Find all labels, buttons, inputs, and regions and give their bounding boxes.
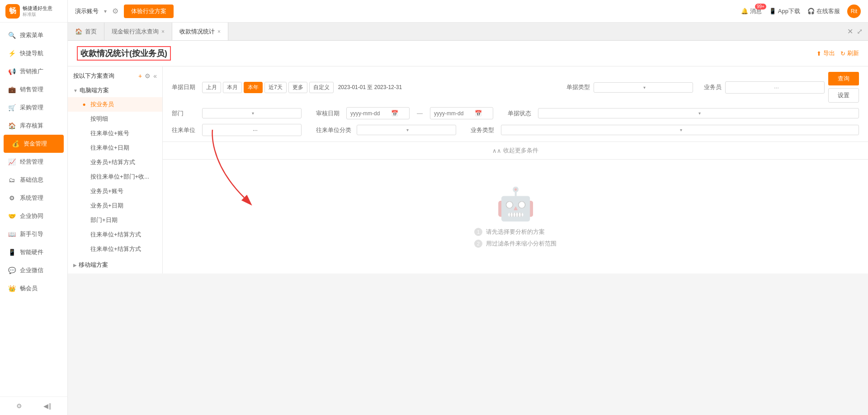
query-btn[interactable]: 查询 bbox=[828, 72, 859, 85]
counterparty-category-select[interactable]: ▾ bbox=[357, 125, 456, 135]
scheme-group-mobile-title[interactable]: ▶ 移动端方案 bbox=[68, 258, 162, 272]
counterparty-select[interactable]: ··· bbox=[202, 124, 302, 136]
doc-status-select[interactable]: ▾ bbox=[538, 108, 859, 118]
date-btn-more[interactable]: 更多 bbox=[288, 82, 307, 93]
sidebar-item-基础信息[interactable]: 🗂基础信息 bbox=[0, 171, 67, 189]
group-mobile-label: 移动端方案 bbox=[79, 261, 108, 269]
doc-type-select[interactable]: ▾ bbox=[594, 82, 693, 93]
scheme-group-desktop: ▼ 电脑端方案 ●按业务员按明细往来单位+账号往来单位+日期业务员+结算方式按往… bbox=[68, 84, 162, 256]
gear-scheme-btn[interactable]: ⚙ bbox=[145, 72, 151, 80]
scheme-item-6[interactable]: 业务员+账号 bbox=[68, 184, 162, 198]
scheme-item-icon-9 bbox=[80, 231, 88, 238]
calendar-from-icon: 📅 bbox=[391, 110, 398, 117]
sidebar-item-经营管理[interactable]: 📈经营管理 bbox=[0, 153, 67, 171]
tab-home-label: 首页 bbox=[85, 28, 97, 36]
sidebar-label-4: 采购管理 bbox=[20, 104, 43, 112]
sidebar-item-资金管理[interactable]: 💰资金管理 bbox=[4, 135, 64, 153]
sidebar-item-企业微信[interactable]: 💬企业微信 bbox=[0, 261, 67, 279]
sidebar-icon-11: 📖 bbox=[7, 230, 16, 239]
filter-area: 单据日期 上月 本月 本年 近7天 更多 自定义 2023-01-01 至 20… bbox=[163, 66, 868, 142]
sidebar-label-7: 经营管理 bbox=[20, 158, 43, 166]
topbar-arrow-icon[interactable]: ▾ bbox=[104, 8, 107, 14]
collapse-more-btn[interactable]: ∧∧ 收起更多条件 bbox=[492, 146, 538, 155]
scheme-item-2[interactable]: 往来单位+账号 bbox=[68, 126, 162, 141]
sidebar-item-销售管理[interactable]: 💼销售管理 bbox=[0, 80, 67, 99]
sidebar-label-3: 销售管理 bbox=[20, 85, 43, 94]
salesperson-select[interactable]: ··· bbox=[725, 81, 825, 94]
sidebar-item-智能硬件[interactable]: 📱智能硬件 bbox=[0, 243, 67, 261]
sidebar-label-2: 营销推广 bbox=[20, 67, 43, 75]
scheme-item-label-7: 业务员+日期 bbox=[90, 202, 123, 210]
counterparty-dots-icon[interactable]: ··· bbox=[253, 127, 297, 133]
user-avatar[interactable]: Rit bbox=[847, 5, 861, 18]
tab-home[interactable]: 🏠 首页 bbox=[68, 23, 104, 40]
settings-btn[interactable]: 设置 bbox=[828, 88, 859, 103]
empty-tip-1-text: 请先选择要分析的方案 bbox=[486, 228, 545, 236]
scheme-group-desktop-title[interactable]: ▼ 电脑端方案 bbox=[68, 84, 162, 97]
tip-num-1: 1 bbox=[474, 228, 482, 236]
online-service-btn[interactable]: 🎧 在线客服 bbox=[807, 7, 840, 15]
phone-icon: 📱 bbox=[769, 8, 776, 14]
trial-btn[interactable]: 体验行业方案 bbox=[124, 5, 174, 18]
date-btn-this-year[interactable]: 本年 bbox=[244, 82, 263, 93]
scheme-item-label-2: 往来单位+账号 bbox=[90, 129, 129, 137]
sidebar-item-新手引导[interactable]: 📖新手引导 bbox=[0, 225, 67, 243]
tab-receipt-stats[interactable]: 收款情况统计 × bbox=[172, 23, 228, 40]
group-desktop-label: 电脑端方案 bbox=[80, 86, 109, 94]
export-btn[interactable]: ⬆ 导出 bbox=[816, 49, 835, 57]
review-date-to[interactable]: 📅 bbox=[430, 107, 493, 119]
scheme-item-9[interactable]: 往来单位+结算方式 bbox=[68, 227, 162, 242]
collapse-scheme-btn[interactable]: « bbox=[153, 72, 157, 80]
salesperson-dots-icon[interactable]: ··· bbox=[774, 84, 818, 91]
add-scheme-btn[interactable]: + bbox=[138, 72, 142, 80]
scheme-item-1[interactable]: 按明细 bbox=[68, 112, 162, 126]
sidebar-item-搜索菜单[interactable]: 🔍搜索菜单 bbox=[0, 26, 67, 44]
review-date-to-input[interactable] bbox=[434, 110, 475, 117]
page-title-box: 收款情况统计(按业务员) bbox=[77, 46, 171, 61]
scheme-item-3[interactable]: 往来单位+日期 bbox=[68, 141, 162, 155]
scheme-item-icon-6 bbox=[80, 188, 88, 195]
expand-tabs-icon[interactable]: ⤢ bbox=[857, 27, 863, 36]
sidebar-icon-14: 👑 bbox=[7, 284, 16, 293]
app-download-btn[interactable]: 📱 App下载 bbox=[769, 7, 800, 15]
review-date-label: 审核日期 bbox=[316, 109, 341, 118]
scheme-item-7[interactable]: 业务员+日期 bbox=[68, 198, 162, 213]
topbar-gear-icon[interactable]: ⚙ bbox=[112, 7, 118, 15]
settings-footer-icon[interactable]: ⚙ bbox=[16, 402, 22, 410]
tab-bank-flow[interactable]: 现金银行流水查询 × bbox=[104, 23, 172, 40]
scheme-item-label-10: 往来单位+结算方式 bbox=[90, 245, 141, 253]
sidebar-item-采购管理[interactable]: 🛒采购管理 bbox=[0, 99, 67, 117]
date-btn-this-month[interactable]: 本月 bbox=[223, 82, 242, 93]
scheme-item-label-8: 部门+日期 bbox=[90, 216, 118, 224]
date-btn-custom[interactable]: 自定义 bbox=[309, 82, 334, 93]
sidebar-item-企业协同[interactable]: 🤝企业协同 bbox=[0, 207, 67, 225]
messages-btn[interactable]: 🔔 消息 99+ bbox=[741, 7, 762, 15]
close-all-tabs-icon[interactable]: ✕ bbox=[847, 27, 853, 36]
sidebar-item-系统管理[interactable]: ⚙系统管理 bbox=[0, 189, 67, 207]
scheme-item-4[interactable]: 业务员+结算方式 bbox=[68, 155, 162, 170]
sidebar-item-营销推广[interactable]: 📢营销推广 bbox=[0, 62, 67, 80]
scheme-item-0[interactable]: ●按业务员 bbox=[68, 97, 162, 112]
collapse-sidebar-icon[interactable]: ◀‖ bbox=[43, 402, 52, 410]
tab-bank-flow-close[interactable]: × bbox=[161, 28, 165, 35]
review-date-from[interactable]: 📅 bbox=[346, 107, 410, 119]
department-select[interactable]: ▾ bbox=[202, 108, 302, 118]
review-date-from-input[interactable] bbox=[350, 110, 391, 117]
scheme-item-5[interactable]: 按往来单位+部门+收... bbox=[68, 170, 162, 184]
page-area: 收款情况统计(按业务员) ⬆ 导出 ↻ 刷新 bbox=[68, 41, 868, 415]
scheme-item-icon-10 bbox=[80, 245, 88, 253]
scheme-item-10[interactable]: 往来单位+结算方式 bbox=[68, 242, 162, 256]
scheme-item-8[interactable]: 部门+日期 bbox=[68, 213, 162, 227]
business-type-select[interactable]: ▾ bbox=[501, 125, 859, 135]
date-btn-7days[interactable]: 近7天 bbox=[264, 82, 287, 93]
topbar-user: 演示账号 bbox=[75, 7, 99, 15]
left-panel: 按以下方案查询 + ⚙ « ▼ 电脑端方案 bbox=[68, 66, 163, 274]
sidebar-item-快捷导航[interactable]: ⚡快捷导航 bbox=[0, 44, 67, 62]
tab-receipt-stats-close[interactable]: × bbox=[217, 28, 221, 35]
sidebar-item-库存核算[interactable]: 🏠库存核算 bbox=[0, 117, 67, 135]
refresh-btn[interactable]: ↻ 刷新 bbox=[840, 49, 859, 57]
sidebar-logo: 畅 畅捷通好生意 标准版 bbox=[0, 0, 67, 23]
sidebar-item-畅会员[interactable]: 👑畅会员 bbox=[0, 279, 67, 297]
collapse-bar: ∧∧ 收起更多条件 bbox=[163, 142, 868, 160]
date-btn-last-month[interactable]: 上月 bbox=[202, 82, 221, 93]
